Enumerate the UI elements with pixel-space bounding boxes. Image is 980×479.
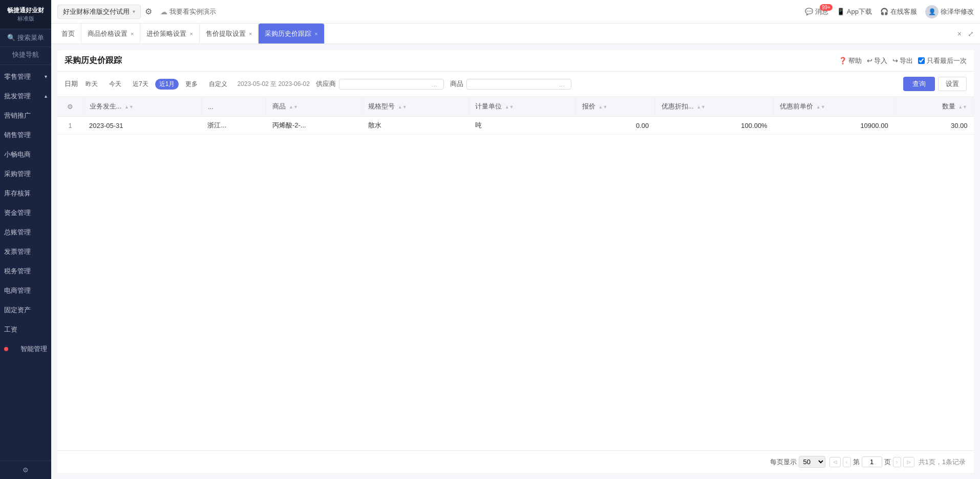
tab-sale-price-close[interactable]: × — [249, 31, 252, 37]
app-sub: 标准版 — [4, 15, 47, 23]
tab-home[interactable]: 首页 — [55, 24, 81, 43]
user-menu-btn[interactable]: 👤 徐泽华修改 — [925, 5, 974, 18]
col-goods-label: 商品 — [272, 102, 286, 110]
tab-price[interactable]: 商品价格设置 × — [81, 24, 140, 43]
sidebar-item-invoice[interactable]: 发票管理 — [0, 242, 51, 262]
only-last-checkbox[interactable] — [918, 57, 925, 64]
message-icon: 💬 — [805, 8, 813, 15]
col-before-discount[interactable]: 优惠前单价 ▲▼ — [774, 97, 894, 117]
goods-input-wrap: ... — [466, 79, 571, 90]
sidebar-item-wholesale[interactable]: 批发管理 ▴ — [0, 86, 51, 106]
sidebar-item-retail[interactable]: 零售管理 ▾ — [0, 67, 51, 86]
import-btn[interactable]: ↩ 导入 — [867, 56, 887, 66]
online-service-btn[interactable]: 🎧 在线客服 — [880, 7, 917, 16]
ecom-small-label: 小畅电商 — [4, 150, 31, 159]
message-btn[interactable]: 💬 消息 99+ — [805, 7, 828, 16]
sales-label: 销售管理 — [4, 130, 31, 140]
supplier-input[interactable] — [344, 80, 430, 88]
sidebar-item-fixed-assets[interactable]: 固定资产 — [0, 300, 51, 320]
supplier-filter: 供应商 ... — [316, 79, 444, 90]
tab-expand-btn[interactable]: ⤢ — [966, 29, 976, 39]
sidebar-item-ecom[interactable]: 电商管理 — [0, 281, 51, 300]
tab-purchase-strategy[interactable]: 进价策略设置 × — [140, 24, 199, 43]
tab-close-all-btn[interactable]: × — [955, 29, 964, 39]
date-yesterday-btn[interactable]: 昨天 — [81, 78, 102, 90]
date-label: 日期 — [65, 79, 78, 89]
app-download-label: App下载 — [847, 7, 872, 16]
sidebar-settings-btn[interactable]: ⚙ — [0, 461, 51, 479]
date-more-btn[interactable]: 更多 — [181, 78, 202, 90]
sidebar-search[interactable]: 🔍 搜索菜单 — [0, 29, 51, 47]
date-last7-btn[interactable]: 近7天 — [128, 78, 153, 90]
sidebar-item-smart[interactable]: 智能管理 — [0, 339, 51, 359]
col-goods[interactable]: 商品 ▲▼ — [266, 97, 362, 117]
message-badge: 99+ — [820, 4, 833, 11]
sidebar-item-inventory[interactable]: 库存核算 — [0, 184, 51, 203]
tab-home-label: 首页 — [61, 29, 75, 38]
tab-history-price-close[interactable]: × — [314, 31, 317, 37]
sidebar-item-purchase[interactable]: 采购管理 — [0, 164, 51, 184]
sidebar-item-accounting[interactable]: 总账管理 — [0, 223, 51, 242]
app-title: 畅捷通好业财 — [4, 6, 47, 15]
date-last1m-btn[interactable]: 近1月 — [155, 79, 179, 90]
goods-label: 商品 — [450, 79, 463, 89]
sidebar-item-ecom-small[interactable]: 小畅电商 — [0, 145, 51, 164]
demo-icon: ☁ — [160, 8, 167, 16]
prev-page-btn[interactable]: ‹ — [843, 457, 851, 467]
date-today-btn[interactable]: 今天 — [104, 78, 126, 90]
table-row[interactable]: 1 2023-05-31 浙江... 丙烯酸-2-... 散水 吨 0.00 1… — [57, 117, 974, 135]
goods-dots-btn[interactable]: ... — [557, 80, 567, 88]
sort-discount-pct-icon: ▲▼ — [696, 104, 706, 110]
sidebar-quick-nav[interactable]: 快捷导航 — [0, 47, 51, 62]
import-label: 导入 — [874, 56, 887, 66]
date-custom-btn[interactable]: 自定义 — [204, 78, 232, 90]
col-extra[interactable]: ... — [201, 97, 266, 117]
inventory-label: 库存核算 — [4, 189, 31, 198]
tab-purchase-strategy-close[interactable]: × — [189, 31, 193, 37]
col-date[interactable]: 业务发生... ▲▼ — [83, 97, 201, 117]
col-spec[interactable]: 规格型号 ▲▼ — [362, 97, 469, 117]
topbar-setting-btn[interactable]: ⚙ — [145, 7, 152, 16]
product-selector[interactable]: 好业财标准版交付试用 ▾ — [57, 5, 141, 19]
filter-setting-btn[interactable]: 设置 — [938, 77, 967, 91]
col-quantity[interactable]: 数量 ▲▼ — [894, 97, 974, 117]
supplier-dots-btn[interactable]: ... — [430, 80, 439, 88]
cell-date: 2023-05-31 — [83, 117, 201, 135]
sidebar-item-finance[interactable]: 资金管理 — [0, 203, 51, 223]
col-unit[interactable]: 计量单位 ▲▼ — [469, 97, 576, 117]
tab-history-price[interactable]: 采购历史价跟踪 × — [259, 24, 324, 43]
cell-goods: 丙烯酸-2-... — [266, 117, 362, 135]
col-price[interactable]: 报价 ▲▼ — [576, 97, 655, 117]
purchase-label: 采购管理 — [4, 169, 31, 179]
date-options: 昨天 今天 近7天 近1月 更多 自定义 — [81, 78, 232, 90]
col-gear[interactable]: ⚙ — [57, 97, 83, 117]
col-discount-pct[interactable]: 优惠折扣... ▲▼ — [655, 97, 773, 117]
sidebar-item-marketing[interactable]: 营销推广 — [0, 106, 51, 125]
sidebar-item-sales[interactable]: 销售管理 — [0, 125, 51, 145]
export-label: 导出 — [900, 56, 913, 66]
first-page-btn[interactable]: ⊲ — [829, 457, 841, 467]
col-price-label: 报价 — [582, 102, 595, 110]
page-title: 采购历史价跟踪 — [65, 55, 122, 66]
app-download-btn[interactable]: 📱 App下载 — [837, 7, 872, 16]
sidebar-logo[interactable]: 畅捷通好业财 标准版 — [0, 0, 51, 29]
query-btn[interactable]: 查询 — [903, 77, 935, 91]
page-size-dropdown[interactable]: 20 50 100 200 — [799, 456, 825, 468]
demo-btn[interactable]: ☁ 我要看实例演示 — [160, 7, 216, 16]
help-icon: ❓ — [839, 57, 847, 64]
only-last-checkbox-wrap[interactable]: 只看最后一次 — [918, 56, 967, 66]
help-btn[interactable]: ❓ 帮助 — [839, 56, 862, 66]
sort-before-discount-icon: ▲▼ — [816, 104, 825, 110]
tab-price-label: 商品价格设置 — [88, 29, 127, 38]
page-input[interactable] — [862, 456, 882, 467]
tab-price-close[interactable]: × — [131, 31, 134, 37]
last-page-btn[interactable]: ⊳ — [903, 457, 914, 467]
fixed-assets-label: 固定资产 — [4, 306, 31, 315]
export-btn[interactable]: ↪ 导出 — [892, 56, 913, 66]
sidebar-item-tax[interactable]: 税务管理 — [0, 262, 51, 281]
page-header: 采购历史价跟踪 ❓ 帮助 ↩ 导入 ↪ 导出 只看最后一次 — [57, 50, 974, 72]
tab-sale-price[interactable]: 售价提取设置 × — [200, 24, 259, 43]
goods-input[interactable] — [471, 80, 557, 88]
sidebar-item-payroll[interactable]: 工资 — [0, 320, 51, 339]
next-page-btn[interactable]: › — [893, 457, 901, 467]
